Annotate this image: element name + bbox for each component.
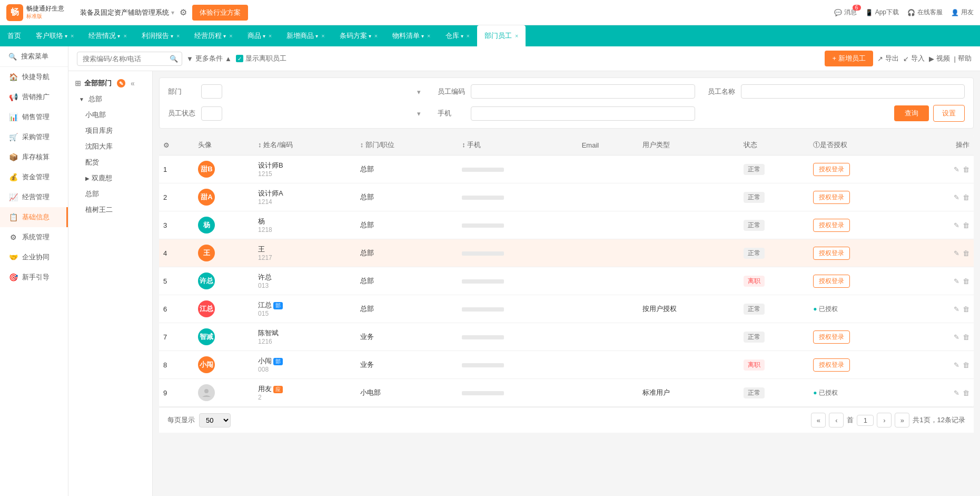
col-status: 状态 [739, 135, 809, 155]
last-page-button[interactable]: » [895, 413, 909, 427]
auth-login-button[interactable]: 授权登录 [813, 219, 850, 232]
current-page[interactable]: 1 [857, 415, 874, 426]
try-button[interactable]: 体验行业方案 [192, 5, 248, 21]
add-employee-button[interactable]: + 新增员工 [825, 51, 873, 66]
auth-login-button[interactable]: 授权登录 [813, 191, 850, 204]
sidebar-item-marketing[interactable]: 📢 营销推广 [0, 87, 68, 107]
dept-item-shuanglu[interactable]: ▶双鹿想 [68, 170, 152, 186]
checkbox-show-resigned[interactable]: ✓ [236, 55, 243, 62]
phone-input[interactable] [471, 106, 695, 121]
dept-item-headquarters-root[interactable]: ▼ 总部 [68, 91, 152, 107]
page-prefix: 首 [847, 415, 854, 425]
auth-login-button[interactable]: 授权登录 [813, 163, 850, 176]
next-page-button[interactable]: › [877, 413, 892, 427]
export-button[interactable]: ↗ 导出 [877, 54, 899, 63]
auth-login-button[interactable]: 授权登录 [813, 330, 850, 344]
edit-icon[interactable]: ✎ [954, 361, 959, 369]
row-action: ✎🗑 [916, 267, 974, 295]
user-button[interactable]: 👤 用友 [951, 8, 974, 17]
delete-icon[interactable]: 🗑 [963, 389, 969, 397]
delete-icon[interactable]: 🗑 [963, 221, 969, 229]
sidebar-item-management[interactable]: 📈 经营管理 [0, 187, 68, 207]
nav-home[interactable]: 首页 [0, 25, 28, 46]
nav-goods[interactable]: 商品▾× [240, 25, 279, 46]
sidebar-item-inventory[interactable]: 📦 库存核算 [0, 147, 68, 167]
dept-item-distribution[interactable]: 配货 [68, 154, 152, 170]
edit-icon[interactable]: ✎ [954, 166, 959, 173]
row-avatar: 甜A [194, 183, 254, 211]
app-download-button[interactable]: 📱 App下载 [865, 8, 899, 17]
edit-icon[interactable]: ✎ [954, 389, 959, 397]
search-input[interactable] [77, 52, 182, 66]
import-button[interactable]: ↙ 导入 [903, 54, 925, 63]
delete-icon[interactable]: 🗑 [963, 361, 969, 369]
edit-icon[interactable]: ✎ [954, 193, 959, 201]
col-dept[interactable]: ↕ 部门/职位 [356, 135, 458, 155]
gear-button[interactable]: ⚙ [180, 7, 187, 17]
edit-icon[interactable]: ✎ [954, 221, 959, 229]
first-page-button[interactable]: « [811, 413, 826, 427]
nav-bom[interactable]: 物料清单▾× [385, 25, 438, 46]
row-status: 正常 [739, 183, 809, 211]
search-submit-icon[interactable]: 🔍 [170, 55, 178, 63]
edit-icon[interactable]: ✎ [954, 305, 959, 313]
import-icon: ↙ [903, 55, 909, 63]
dept-item-zhishu[interactable]: 植树王二 [68, 202, 152, 218]
per-page-select[interactable]: 50 20 100 [199, 413, 231, 427]
emp-code-input[interactable] [471, 84, 695, 99]
show-resigned-toggle[interactable]: ✓ 显示离职员工 [236, 54, 286, 63]
delete-icon[interactable]: 🗑 [963, 193, 969, 201]
edit-icon[interactable]: ✎ [954, 277, 959, 285]
filter-button[interactable]: ▼ 更多条件 ▲ [186, 54, 232, 63]
col-name[interactable]: ↕ 姓名/编码 [254, 135, 356, 155]
per-page-label: 每页显示 [167, 415, 195, 425]
help-button[interactable]: | 帮助 [954, 54, 972, 63]
dept-collapse-icon[interactable]: « [131, 79, 135, 87]
message-button[interactable]: 💬 消息 6 [834, 8, 857, 17]
sidebar-search[interactable]: 🔍 搜索菜单 [0, 46, 68, 67]
sidebar-item-system[interactable]: ⚙ 系统管理 [0, 227, 68, 247]
query-button[interactable]: 查询 [894, 105, 929, 121]
sys-dropdown-icon[interactable]: ▾ [171, 9, 174, 16]
online-service-button[interactable]: 🎧 在线客服 [907, 8, 943, 17]
col-setting[interactable]: ⚙ [159, 135, 194, 155]
dept-tree-header[interactable]: ⊞ 全部部门 ✎ « [68, 75, 152, 91]
dept-select[interactable] [201, 84, 222, 99]
auth-login-button[interactable]: 授权登录 [813, 275, 850, 288]
edit-icon[interactable]: ✎ [954, 333, 959, 341]
delete-icon[interactable]: 🗑 [963, 305, 969, 313]
nav-business[interactable]: 经营情况▾× [81, 25, 134, 46]
set-button[interactable]: 设置 [933, 105, 965, 122]
emp-name-input[interactable] [741, 84, 965, 99]
sidebar-item-guide[interactable]: 🎯 新手引导 [0, 267, 68, 287]
sidebar-item-basic-info[interactable]: 📋 基础信息 [0, 207, 68, 227]
dept-item-shenyang[interactable]: 沈阳大库 [68, 139, 152, 154]
nav-history[interactable]: 经营历程▾× [187, 25, 240, 46]
delete-icon[interactable]: 🗑 [963, 277, 969, 285]
auth-login-button[interactable]: 授权登录 [813, 358, 850, 372]
nav-profit[interactable]: 利润报告▾× [134, 25, 187, 46]
edit-icon[interactable]: ✎ [954, 249, 959, 257]
auth-login-button[interactable]: 授权登录 [813, 247, 850, 260]
dept-item-project-storage[interactable]: 项目库房 [68, 123, 152, 139]
nav-barcode[interactable]: 条码方案▾× [332, 25, 385, 46]
sidebar-item-sales[interactable]: 📊 销售管理 [0, 107, 68, 127]
view-button[interactable]: ▶ 视频 [929, 54, 950, 63]
prev-page-button[interactable]: ‹ [829, 413, 844, 427]
dept-item-small-elec[interactable]: 小电部 [68, 107, 152, 123]
nav-dept-staff[interactable]: 部门员工× [477, 25, 526, 46]
sidebar-item-purchase[interactable]: 🛒 采购管理 [0, 127, 68, 147]
nav-warehouse[interactable]: 仓库▾× [438, 25, 477, 46]
delete-icon[interactable]: 🗑 [963, 166, 969, 173]
dept-edit-icon[interactable]: ✎ [117, 79, 125, 87]
sidebar-item-collab[interactable]: 🤝 企业协同 [0, 247, 68, 267]
nav-customer[interactable]: 客户联络▾× [28, 25, 81, 46]
sidebar-item-finance[interactable]: 💰 资金管理 [0, 167, 68, 187]
delete-icon[interactable]: 🗑 [963, 249, 969, 257]
emp-status-select[interactable] [201, 106, 222, 121]
nav-add-goods[interactable]: 新增商品▾× [279, 25, 332, 46]
delete-icon[interactable]: 🗑 [963, 333, 969, 341]
col-phone[interactable]: ↕ 手机 [458, 135, 577, 155]
dept-item-headquarters[interactable]: 总部 [68, 186, 152, 202]
sidebar-item-quicknav[interactable]: 🏠 快捷导航 [0, 67, 68, 87]
